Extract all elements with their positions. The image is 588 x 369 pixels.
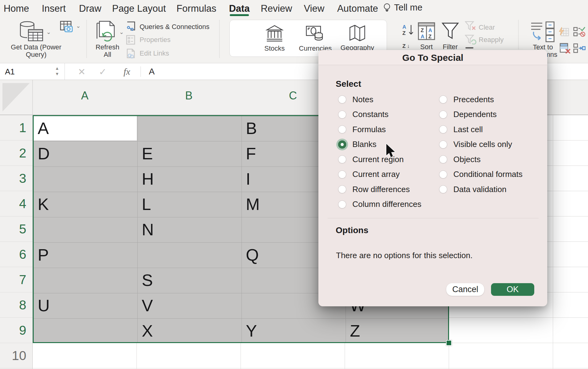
queries-connections-label[interactable]: Queries & Connections bbox=[140, 23, 209, 31]
refresh-all-chevron-icon[interactable]: ⌄ bbox=[119, 29, 124, 36]
cell-C9[interactable]: Y bbox=[246, 318, 338, 343]
option-objects[interactable]: Objects bbox=[439, 152, 481, 167]
flash-fill-button bbox=[559, 27, 569, 36]
get-data-button[interactable] bbox=[19, 21, 44, 41]
remove-duplicates-button[interactable] bbox=[560, 43, 571, 53]
sort-button[interactable]: Z A A Z bbox=[418, 22, 435, 40]
radio-visible-cells-only[interactable] bbox=[439, 140, 447, 149]
data-validation-button[interactable] bbox=[573, 27, 586, 37]
name-box-stepper[interactable]: ▲▼ bbox=[55, 66, 59, 76]
stocks-button[interactable]: Stocks bbox=[253, 24, 296, 52]
ribbon-tab-home[interactable]: Home bbox=[4, 3, 29, 14]
radio-formulas[interactable] bbox=[338, 125, 346, 133]
formula-input[interactable]: A bbox=[149, 67, 155, 77]
radio-last-cell[interactable] bbox=[439, 125, 447, 133]
ribbon-tab-page-layout[interactable]: Page Layout bbox=[112, 3, 166, 14]
radio-data-validation[interactable] bbox=[439, 185, 447, 193]
option-last-cell[interactable]: Last cell bbox=[439, 122, 483, 137]
currencies-button[interactable]: Currencies bbox=[294, 24, 337, 52]
cancel-button[interactable]: Cancel bbox=[446, 283, 484, 296]
ribbon-tab-view[interactable]: View bbox=[304, 3, 325, 14]
cell-B8[interactable]: V bbox=[142, 292, 234, 318]
consolidate-button[interactable] bbox=[573, 43, 586, 53]
option-precedents[interactable]: Precedents bbox=[439, 92, 494, 107]
radio-conditional-formats[interactable] bbox=[439, 170, 447, 178]
cell-B3[interactable]: H bbox=[142, 166, 234, 191]
refresh-all-button[interactable] bbox=[96, 21, 117, 42]
fill-handle[interactable] bbox=[446, 340, 452, 346]
row-header-9[interactable]: 9 bbox=[2, 318, 26, 343]
radio-dependents[interactable] bbox=[439, 111, 447, 119]
option-conditional-formats[interactable]: Conditional formats bbox=[439, 167, 523, 182]
cell-B4[interactable]: L bbox=[142, 191, 234, 216]
insert-function-icon[interactable]: fx bbox=[124, 66, 130, 77]
sort-ascending-button[interactable]: A Z bbox=[402, 24, 415, 36]
row-header-4[interactable]: 4 bbox=[2, 191, 26, 216]
select-all-corner[interactable] bbox=[0, 80, 33, 115]
from-picture-chevron-icon[interactable]: ⌄ bbox=[76, 23, 81, 29]
option-constants[interactable]: Constants bbox=[338, 107, 388, 122]
cell-B2[interactable]: E bbox=[142, 140, 234, 166]
geography-button[interactable]: Geography bbox=[336, 24, 379, 52]
row-header-3[interactable]: 3 bbox=[2, 166, 26, 191]
sort-descending-button-clipped[interactable]: Z ↓ bbox=[402, 43, 415, 49]
svg-text:Z: Z bbox=[402, 30, 405, 36]
get-data-chevron-icon[interactable]: ⌄ bbox=[46, 29, 51, 36]
ribbon-tab-automate[interactable]: Automate bbox=[337, 3, 378, 14]
radio-label: Current array bbox=[352, 170, 400, 179]
option-data-validation[interactable]: Data validation bbox=[439, 182, 506, 197]
option-notes[interactable]: Notes bbox=[338, 92, 373, 107]
row-header-7[interactable]: 7 bbox=[2, 267, 26, 292]
confirm-entry-icon[interactable]: ✓ bbox=[99, 66, 107, 77]
reapply-filter-button bbox=[465, 35, 477, 44]
row-header-1[interactable]: 1 bbox=[2, 115, 26, 140]
radio-objects[interactable] bbox=[439, 155, 447, 163]
radio-column-differences[interactable] bbox=[338, 200, 346, 208]
column-header-B[interactable]: B bbox=[185, 89, 192, 102]
column-header-C[interactable]: C bbox=[289, 89, 297, 102]
radio-precedents[interactable] bbox=[439, 95, 447, 103]
cell-D9[interactable]: Z bbox=[350, 318, 443, 343]
filter-button[interactable] bbox=[442, 22, 459, 40]
column-header-A[interactable]: A bbox=[81, 89, 88, 102]
cell-A6[interactable]: P bbox=[38, 242, 130, 267]
ok-button[interactable]: OK bbox=[491, 283, 534, 296]
radio-constants[interactable] bbox=[338, 111, 346, 119]
row-header-8[interactable]: 8 bbox=[2, 292, 26, 318]
cell-B5[interactable]: N bbox=[142, 216, 234, 242]
radio-blanks[interactable] bbox=[338, 140, 346, 149]
option-row-differences[interactable]: Row differences bbox=[338, 182, 410, 197]
radio-current-region[interactable] bbox=[338, 155, 346, 163]
text-to-columns-button[interactable] bbox=[530, 21, 556, 43]
radio-row-differences[interactable] bbox=[338, 185, 346, 193]
radio-current-array[interactable] bbox=[338, 170, 346, 178]
option-formulas[interactable]: Formulas bbox=[338, 122, 386, 137]
ribbon-tab-review[interactable]: Review bbox=[261, 3, 292, 14]
cell-A8[interactable]: U bbox=[38, 292, 130, 318]
from-picture-button[interactable] bbox=[60, 21, 74, 34]
row-header-10[interactable]: 10 bbox=[2, 343, 26, 368]
cell-A4[interactable]: K bbox=[38, 191, 130, 216]
ribbon-tab-insert[interactable]: Insert bbox=[42, 3, 66, 14]
radio-notes[interactable] bbox=[338, 95, 346, 103]
cell-A2[interactable]: D bbox=[38, 140, 130, 166]
option-visible-cells-only[interactable]: Visible cells only bbox=[439, 137, 512, 152]
name-box[interactable]: A1 ▲▼ bbox=[0, 63, 65, 80]
option-current-array[interactable]: Current array bbox=[338, 167, 400, 182]
cell-B9[interactable]: X bbox=[142, 318, 234, 343]
ribbon-tab-draw[interactable]: Draw bbox=[79, 3, 101, 14]
option-column-differences[interactable]: Column differences bbox=[338, 197, 422, 212]
ribbon-tab-data[interactable]: Data bbox=[229, 3, 250, 14]
tell-me-button[interactable]: Tell me bbox=[383, 2, 422, 13]
row-header-2[interactable]: 2 bbox=[2, 140, 26, 166]
row-header-5[interactable]: 5 bbox=[2, 216, 26, 242]
option-blanks[interactable]: Blanks bbox=[338, 137, 376, 152]
cell-A1[interactable]: A bbox=[38, 115, 130, 140]
radio-label: Data validation bbox=[453, 185, 506, 194]
cell-B7[interactable]: S bbox=[142, 267, 234, 292]
row-header-6[interactable]: 6 bbox=[2, 242, 26, 267]
ribbon-tab-formulas[interactable]: Formulas bbox=[176, 3, 216, 14]
queries-connections-button[interactable] bbox=[126, 21, 136, 31]
option-dependents[interactable]: Dependents bbox=[439, 107, 497, 122]
cancel-entry-icon[interactable]: ✕ bbox=[78, 66, 86, 77]
